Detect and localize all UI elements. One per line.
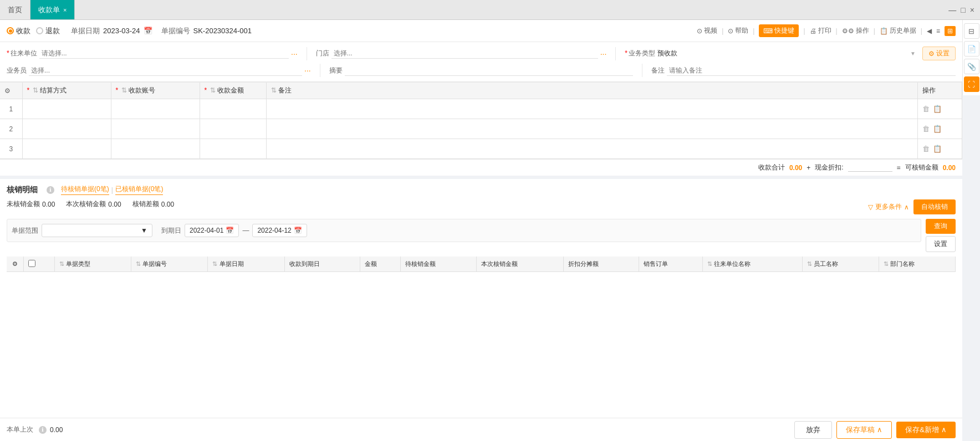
sidebar-screen-icon[interactable]: ⛶ [964, 76, 979, 92]
rec-col-counterpart-sort-icon: ⇅ [707, 260, 712, 267]
bill-date-calendar-icon[interactable]: 📅 [144, 27, 152, 35]
chevron-up-icon: ∧ [904, 203, 909, 211]
row-1-delete-icon[interactable]: 🗑 [922, 105, 930, 113]
date-from-input[interactable]: 2022-04-01 📅 [185, 224, 239, 237]
row-3-delete-icon[interactable]: 🗑 [922, 145, 930, 153]
reconcile-tabs: 待核销单据(0笔) | 已核销单据(0笔) [61, 184, 163, 195]
row-2-remarks[interactable] [266, 119, 918, 139]
stat-diff: 核销差额 0.00 [132, 199, 174, 209]
range-select[interactable]: ▼ [42, 224, 152, 237]
bottom-bar: 本单上次 ℹ 0.00 放弃 保存草稿 ∧ 保存&新增 ∧ [0, 418, 962, 441]
reconcile-info-icon[interactable]: ℹ [47, 186, 54, 194]
range-select-arrow-icon: ▼ [141, 227, 147, 234]
row-3-copy-icon[interactable]: 📋 [933, 145, 942, 153]
settings-btn-label: 设置 [936, 49, 950, 58]
remarks-input[interactable] [667, 65, 956, 76]
business-type-arrow-icon[interactable]: ▼ [910, 50, 916, 57]
calendar-to-icon[interactable]: 📅 [294, 227, 302, 234]
operations-btn[interactable]: ⚙⚙ 操作 [842, 26, 869, 35]
counterpart-more-icon[interactable]: ··· [291, 49, 298, 58]
discount-input[interactable] [848, 163, 892, 172]
bill-no-label: 单据编号 [161, 26, 190, 36]
shop-more-icon[interactable]: ··· [600, 49, 607, 58]
row-3-amount[interactable] [200, 139, 266, 159]
row-1-num: 1 [0, 99, 22, 119]
counterpart-input[interactable] [39, 48, 289, 59]
row-3-remarks[interactable] [266, 139, 918, 159]
col-settings[interactable]: ⚙ [0, 83, 22, 99]
form-section: 往来单位 ··· 门店 ··· 业务类型 预收款 ▼ [0, 42, 962, 82]
rec-gear-icon[interactable]: ⚙ [12, 260, 18, 267]
bottom-right: 放弃 保存草稿 ∧ 保存&新增 ∧ [794, 421, 956, 439]
col-amount-sort-icon: ⇅ [210, 86, 216, 94]
rec-settings-button[interactable]: 设置 [926, 236, 956, 252]
auto-reconcile-button[interactable]: 自动核销 [913, 199, 956, 214]
query-button[interactable]: 查询 [926, 219, 956, 234]
done-tab[interactable]: 已核销单据(0笔) [115, 184, 164, 195]
rec-col-due-date: 收款到期日 [284, 257, 360, 272]
save-new-button[interactable]: 保存&新增 ∧ [896, 422, 956, 438]
filter-icon: ▽ [868, 203, 873, 211]
save-draft-button[interactable]: 保存草稿 ∧ [836, 421, 892, 439]
previous-label: 本单上次 [7, 425, 33, 434]
help-btn[interactable]: ⊙ 帮助 [728, 26, 748, 35]
rec-select-all-checkbox[interactable] [28, 260, 35, 267]
refund-radio[interactable]: 退款 [36, 26, 60, 36]
tab-receipt[interactable]: 收款单 × [30, 0, 75, 19]
rec-col-doc-date: ⇅ 单据日期 [208, 257, 284, 272]
print-btn[interactable]: 🖨 打印 [810, 26, 831, 35]
video-btn[interactable]: ⊙ 视频 [697, 26, 717, 35]
row-1-settlement[interactable] [22, 99, 111, 119]
settings-button[interactable]: ⚙ 设置 [922, 47, 956, 60]
table-gear-icon[interactable]: ⚙ [4, 87, 11, 95]
row-1-amount[interactable] [200, 99, 266, 119]
history-btn[interactable]: 📋 历史单据 [880, 26, 916, 35]
row-2-account[interactable] [111, 119, 200, 139]
summary-field: 摘要 [329, 65, 634, 76]
tab-bar: 首页 收款单 × — □ × [0, 0, 980, 20]
summary-input[interactable] [345, 65, 634, 76]
list-view-btn[interactable]: ≡ [936, 27, 940, 35]
tab-receipt-close[interactable]: × [63, 7, 67, 13]
row-2-delete-icon[interactable]: 🗑 [922, 125, 930, 133]
row-1-remarks[interactable] [266, 99, 918, 119]
sidebar-table-icon[interactable]: ⊟ [964, 23, 979, 39]
row-1-copy-icon[interactable]: 📋 [933, 105, 942, 113]
shortcut-btn[interactable]: ⌨ 快捷键 [759, 24, 799, 37]
sidebar-doc-icon[interactable]: 📄 [964, 41, 979, 57]
receipt-table: ⚙ ⇅ 结算方式 ⇅ 收款账号 ⇅ 收款金额 [0, 83, 962, 159]
rec-col-checkbox-cb [23, 257, 55, 272]
salesperson-label: 业务员 [7, 66, 27, 75]
salesperson-more-icon[interactable]: ··· [304, 66, 311, 75]
discard-button[interactable]: 放弃 [794, 421, 832, 439]
tab-home[interactable]: 首页 [0, 0, 30, 19]
more-conditions-btn[interactable]: ▽ 更多条件 ∧ [868, 202, 909, 212]
total-label: 收款合计 [758, 163, 785, 172]
card-view-btn[interactable]: ⊞ [945, 26, 956, 36]
stat-uncancelled-value: 0.00 [42, 201, 55, 208]
row-2-copy-icon[interactable]: 📋 [933, 125, 942, 133]
row-2-num: 2 [0, 119, 22, 139]
receipt-radio[interactable]: 收款 [7, 26, 30, 36]
summary-bar: 收款合计 0.00 + 现金折扣: = 可核销金额 0.00 [0, 159, 962, 176]
row-3-settlement[interactable] [22, 139, 111, 159]
sidebar-attach-icon[interactable]: 📎 [964, 59, 979, 74]
shop-input[interactable] [331, 48, 598, 59]
date-to-input[interactable]: 2022-04-12 📅 [252, 224, 307, 237]
row-3-account[interactable] [111, 139, 200, 159]
pending-tab[interactable]: 待核销单据(0笔) [61, 184, 109, 195]
previous-info-icon[interactable]: ℹ [39, 426, 47, 434]
col-amount: ⇅ 收款金额 [200, 83, 266, 99]
window-maximize[interactable]: □ [961, 6, 965, 14]
receipt-radio-label: 收款 [16, 26, 30, 36]
prev-btn[interactable]: ◀ [927, 27, 932, 35]
calendar-from-icon[interactable]: 📅 [226, 227, 234, 234]
salesperson-input[interactable] [29, 65, 302, 76]
row-2-settlement[interactable] [22, 119, 111, 139]
row-2-amount[interactable] [200, 119, 266, 139]
attachment-icon: 📎 [967, 63, 976, 71]
window-close[interactable]: × [970, 6, 974, 14]
window-minimize[interactable]: — [948, 6, 956, 14]
row-1-account[interactable] [111, 99, 200, 119]
stat-uncancelled: 未核销金额 0.00 [7, 199, 55, 209]
